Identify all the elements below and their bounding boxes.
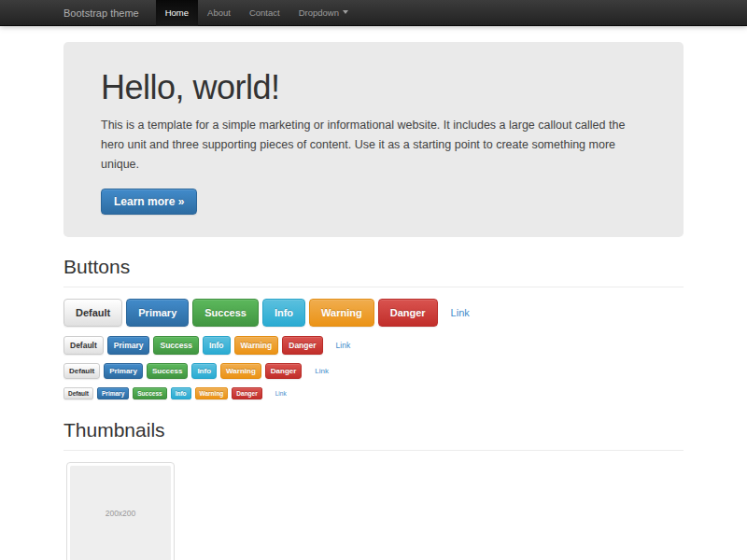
button-info-small[interactable]: Info [191,363,217,379]
button-primary-small[interactable]: Primary [104,363,143,379]
thumbnail-placeholder-label: 200x200 [106,509,136,518]
button-link-xsmall[interactable]: Link [275,390,287,397]
button-danger-small[interactable]: Danger [265,363,303,379]
chevron-down-icon [343,10,348,14]
navbar-container: Bootstrap theme Home About Contact Dropd… [63,0,684,26]
hero-description: This is a template for a simple marketin… [101,116,646,175]
nav-item-dropdown-label: Dropdown [299,7,339,18]
nav-item-contact[interactable]: Contact [240,0,289,26]
button-default-large[interactable]: Default [63,299,122,327]
button-row-small: Default Primary Success Info Warning Dan… [63,363,684,379]
nav-item-dropdown[interactable]: Dropdown [289,0,358,26]
button-primary-large[interactable]: Primary [126,299,189,327]
hero-title: Hello, world! [101,70,646,105]
main-container: Hello, world! This is a template for a s… [63,42,684,560]
button-default-medium[interactable]: Default [63,336,104,355]
button-warning-small[interactable]: Warning [220,363,261,379]
button-row-large: Default Primary Success Info Warning Dan… [63,299,684,327]
button-link-small[interactable]: Link [315,367,329,375]
button-info-large[interactable]: Info [262,299,305,327]
button-link-large[interactable]: Link [451,307,470,318]
navbar-nav: Home About Contact Dropdown [156,0,358,26]
buttons-section-header: Buttons [63,256,684,287]
button-warning-medium[interactable]: Warning [234,336,279,355]
button-primary-medium[interactable]: Primary [107,336,150,355]
button-danger-xsmall[interactable]: Danger [232,387,261,399]
button-info-medium[interactable]: Info [203,336,231,355]
button-warning-large[interactable]: Warning [309,299,374,327]
button-default-small[interactable]: Default [63,363,100,379]
button-success-small[interactable]: Success [147,363,188,379]
thumbnails-heading: Thumbnails [63,419,684,441]
button-row-extra-small: Default Primary Success Info Warning Dan… [63,387,684,399]
thumbnails-section-header: Thumbnails [63,419,684,451]
buttons-heading: Buttons [63,256,684,278]
button-row-default: Default Primary Success Info Warning Dan… [63,336,684,355]
navbar: Bootstrap theme Home About Contact Dropd… [0,0,747,26]
button-success-medium[interactable]: Success [153,336,199,355]
button-success-large[interactable]: Success [192,299,259,327]
button-link-medium[interactable]: Link [336,341,351,350]
hero-unit: Hello, world! This is a template for a s… [63,42,684,237]
button-success-xsmall[interactable]: Success [133,387,166,399]
navbar-brand[interactable]: Bootstrap theme [63,0,156,26]
button-default-xsmall[interactable]: Default [63,387,93,399]
button-info-xsmall[interactable]: Info [171,387,191,399]
nav-item-home[interactable]: Home [156,0,198,26]
thumbnail-placeholder-image: 200x200 [70,466,171,560]
button-warning-xsmall[interactable]: Warning [195,387,229,399]
thumbnail-item[interactable]: 200x200 [66,462,175,560]
button-danger-large[interactable]: Danger [378,299,438,327]
nav-item-about[interactable]: About [198,0,240,26]
learn-more-button[interactable]: Learn more » [101,189,197,215]
button-primary-xsmall[interactable]: Primary [97,387,129,399]
button-danger-medium[interactable]: Danger [282,336,322,355]
